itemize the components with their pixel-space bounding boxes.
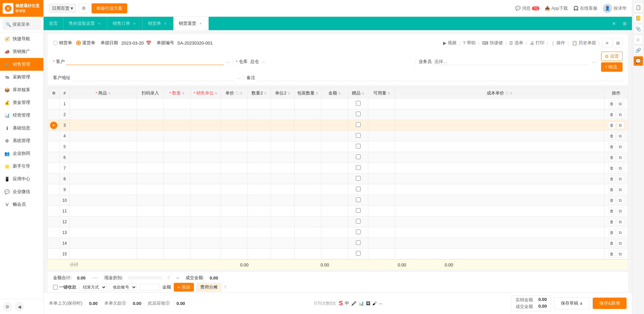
qty2-cell[interactable] — [248, 141, 271, 152]
unit2-cell[interactable] — [271, 195, 294, 206]
copy-row-button[interactable]: ⧉ — [617, 218, 624, 226]
qty-cell[interactable] — [164, 216, 191, 227]
amount-cell[interactable] — [321, 141, 348, 152]
qty2-cell[interactable] — [248, 163, 271, 174]
pack-sort-icon[interactable]: ⇅ — [316, 91, 318, 95]
toolbar-operate[interactable]: ⋮ 操作 — [551, 40, 565, 46]
goods-cell[interactable] — [70, 216, 137, 227]
price-info-icon[interactable]: ⓘ — [235, 91, 239, 96]
unit2-cell[interactable] — [271, 249, 294, 259]
message-button[interactable]: 💬 消息 70 — [515, 5, 539, 11]
qty2-cell[interactable] — [248, 184, 271, 195]
qty2-cell[interactable] — [248, 216, 271, 227]
unit-sort-icon[interactable]: ⇅ — [215, 91, 217, 95]
cost-price-cell[interactable] — [395, 120, 604, 131]
delete-row-button[interactable]: 🗑 — [608, 165, 615, 172]
radio-return-order[interactable]: 退货单 — [76, 40, 95, 46]
packqty-cell[interactable] — [294, 195, 321, 206]
amount-cell[interactable] — [321, 99, 348, 109]
packqty-cell[interactable] — [294, 238, 321, 249]
available-cell[interactable] — [368, 174, 395, 184]
gift-checkbox[interactable] — [356, 208, 361, 213]
copy-row-button[interactable]: ⧉ — [617, 240, 624, 247]
sidebar-item-purchase[interactable]: 🛍 采购管理 — [0, 71, 43, 83]
category-select[interactable]: 日用百货 ▾ — [49, 4, 76, 13]
tab-sales-order[interactable]: 销售订单 × — [107, 17, 143, 30]
delete-row-button[interactable]: 🗑 — [608, 240, 615, 247]
sidebar-item-inventory[interactable]: 📦 库存核算 — [0, 83, 43, 96]
qty-cell[interactable] — [164, 227, 191, 238]
delete-row-button[interactable]: 🗑 — [608, 207, 615, 215]
add-row-button[interactable]: + — [50, 122, 57, 129]
copy-row-button[interactable]: ⧉ — [617, 186, 624, 193]
toolbar-select[interactable]: ☰ 选单 — [509, 40, 523, 46]
cost-price-cell[interactable] — [395, 249, 604, 259]
packqty-cell[interactable] — [294, 184, 321, 195]
save-new-button[interactable]: 保存&新增 — [593, 298, 627, 309]
available-cell[interactable] — [368, 227, 395, 238]
available-cell[interactable] — [368, 120, 395, 131]
available-cell[interactable] — [368, 195, 395, 206]
gift-checkbox[interactable] — [356, 197, 361, 202]
user-info[interactable]: 👤 徐泽华 — [603, 4, 627, 13]
cost-sort-icon[interactable]: ⇅ — [510, 91, 513, 95]
goods-cell[interactable] — [70, 184, 137, 195]
unit-cell[interactable] — [191, 184, 221, 195]
salesman-input[interactable] — [433, 58, 589, 65]
delete-row-button[interactable]: 🗑 — [608, 218, 615, 226]
rs-btn-1[interactable]: 📋 — [634, 3, 643, 12]
amount-cell[interactable] — [321, 227, 348, 238]
close-all-tabs-button[interactable]: ✕ — [609, 19, 619, 28]
experience-btn[interactable]: 体验行业方案 — [92, 3, 127, 13]
cost-price-cell[interactable] — [395, 152, 604, 163]
salesman-select-icon[interactable]: ··· — [592, 59, 596, 64]
unit2-cell[interactable] — [271, 227, 294, 238]
gift-checkbox[interactable] — [356, 165, 361, 170]
price-cell[interactable] — [221, 163, 248, 174]
qty-cell[interactable] — [164, 152, 191, 163]
copy-row-button[interactable]: ⧉ — [617, 100, 624, 108]
unit2-cell[interactable] — [271, 109, 294, 120]
qty-cell[interactable] — [164, 131, 191, 141]
qty2-cell[interactable] — [248, 99, 271, 109]
unit2-cell[interactable] — [271, 131, 294, 141]
app-download-button[interactable]: 📥 App下载 — [545, 5, 568, 11]
toolbar-print[interactable]: 🖨 打印 — [530, 40, 544, 46]
unit-cell[interactable] — [191, 174, 221, 184]
discount-input-area[interactable] — [128, 276, 162, 279]
cost-price-cell[interactable] — [395, 206, 604, 216]
sidebar-item-apps[interactable]: 📱 应用中心 — [0, 173, 43, 185]
amount-sort-icon[interactable]: ⇅ — [338, 91, 341, 95]
price-cell[interactable] — [221, 109, 248, 120]
unit-cell[interactable] — [191, 131, 221, 141]
copy-row-button[interactable]: ⧉ — [617, 165, 624, 172]
gift-sort-icon[interactable]: ⇅ — [362, 91, 364, 95]
amount-cell[interactable] — [321, 195, 348, 206]
available-cell[interactable] — [368, 238, 395, 249]
unit-cell[interactable] — [191, 152, 221, 163]
available-cell[interactable] — [368, 109, 395, 120]
price-cell[interactable] — [221, 227, 248, 238]
available-cell[interactable] — [368, 152, 395, 163]
settings-button[interactable]: ⚙ 设置 — [601, 52, 623, 61]
qty2-cell[interactable] — [248, 109, 271, 120]
goods-cell[interactable] — [70, 195, 137, 206]
sidebar-item-operations[interactable]: 📊 经营管理 — [0, 109, 43, 122]
cost-price-cell[interactable] — [395, 184, 604, 195]
sidebar-collapse-button[interactable]: ◀ — [15, 302, 24, 311]
qty-cell[interactable] — [164, 163, 191, 174]
packqty-cell[interactable] — [294, 206, 321, 216]
unit-cell[interactable] — [191, 163, 221, 174]
sidebar-item-sales[interactable]: 🛒 销售管理 — [0, 58, 43, 71]
copy-row-button[interactable]: ⧉ — [617, 250, 624, 258]
add-button[interactable]: + 添加 — [174, 283, 194, 292]
sidebar-item-member[interactable]: V 畅会员 — [0, 198, 43, 211]
qty-cell[interactable] — [164, 120, 191, 131]
list-view-button[interactable]: ≡ — [602, 38, 612, 48]
tab-home[interactable]: 首页 — [44, 17, 63, 30]
packqty-cell[interactable] — [294, 109, 321, 120]
goods-cell[interactable] — [70, 227, 137, 238]
delete-row-button[interactable]: 🗑 — [608, 186, 615, 193]
packqty-cell[interactable] — [294, 227, 321, 238]
unit2-cell[interactable] — [271, 152, 294, 163]
